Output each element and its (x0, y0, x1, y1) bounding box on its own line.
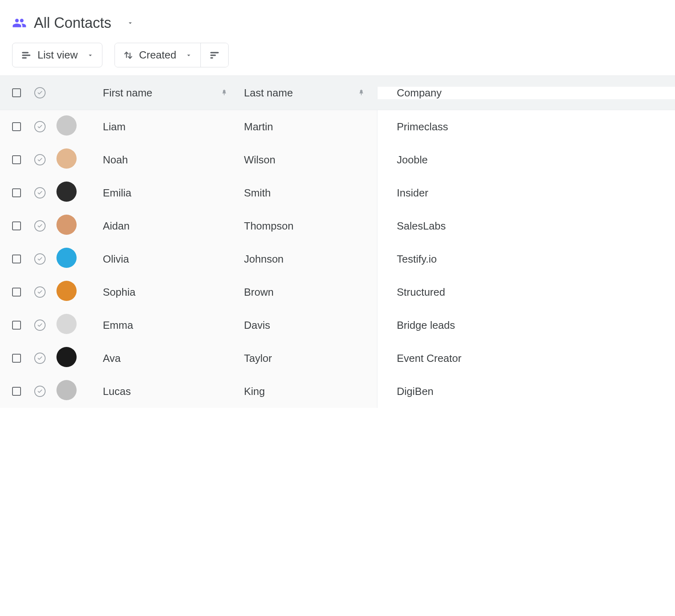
company: Insider (397, 187, 428, 199)
controls-row: List view Created (12, 43, 663, 67)
last-name: Martin (244, 121, 273, 133)
avatar (56, 215, 77, 235)
row-status[interactable] (34, 187, 56, 198)
row-checkbox[interactable] (12, 288, 34, 297)
avatar (56, 281, 77, 301)
row-status[interactable] (34, 220, 56, 232)
checkbox-icon (12, 221, 21, 230)
avatar-cell (56, 148, 103, 171)
table-row[interactable]: Sophia Brown Structured (0, 276, 675, 309)
row-status[interactable] (34, 353, 56, 364)
table-row[interactable]: Ava Taylor Event Creator (0, 342, 675, 375)
svg-rect-1 (22, 54, 31, 56)
avatar (56, 148, 77, 169)
last-name: Wilson (244, 154, 275, 166)
company-cell: Primeclass (377, 110, 675, 143)
row-checkbox[interactable] (12, 387, 34, 396)
first-name-cell: Emma (103, 319, 244, 332)
sort-arrows-icon (123, 50, 133, 61)
first-name-cell: Liam (103, 121, 244, 133)
avatar (56, 182, 77, 202)
header-select-all[interactable] (12, 88, 34, 97)
company-cell: SalesLabs (377, 209, 675, 242)
last-name: Smith (244, 187, 271, 199)
table-row[interactable]: Liam Martin Primeclass (0, 110, 675, 143)
avatar-cell (56, 215, 103, 238)
column-first-name[interactable]: First name (103, 87, 244, 99)
svg-rect-2 (22, 57, 27, 58)
list-view-icon (21, 50, 32, 61)
last-name: Thompson (244, 220, 294, 232)
column-company[interactable]: Company (377, 87, 675, 99)
row-checkbox[interactable] (12, 155, 34, 164)
contacts-table: First name Last name Company Lia (0, 75, 675, 408)
column-last-name[interactable]: Last name (244, 87, 377, 99)
row-checkbox[interactable] (12, 221, 34, 230)
svg-rect-5 (210, 57, 213, 58)
table-header: First name Last name Company (0, 75, 675, 110)
last-name-cell: Wilson (244, 154, 377, 166)
table-body: Liam Martin Primeclass Noah Wilson Joobl… (0, 110, 675, 408)
company-cell: DigiBen (377, 375, 675, 408)
column-label: First name (103, 87, 152, 99)
sort-group: Created (115, 43, 229, 67)
checkbox-icon (12, 354, 21, 363)
row-checkbox[interactable] (12, 122, 34, 131)
row-status[interactable] (34, 253, 56, 265)
avatar-cell (56, 314, 103, 337)
avatar-cell (56, 347, 103, 370)
company: Jooble (397, 154, 428, 166)
checkbox-icon (12, 88, 21, 97)
sort-direction-button[interactable] (200, 43, 228, 67)
status-icon (34, 121, 46, 132)
row-checkbox[interactable] (12, 188, 34, 197)
table-row[interactable]: Noah Wilson Jooble (0, 143, 675, 176)
last-name: Taylor (244, 352, 272, 365)
checkbox-icon (12, 288, 21, 297)
sort-label: Created (139, 49, 177, 61)
last-name-cell: King (244, 385, 377, 398)
status-icon (34, 220, 46, 232)
row-checkbox[interactable] (12, 321, 34, 330)
company: Structured (397, 286, 445, 299)
table-row[interactable]: Emilia Smith Insider (0, 176, 675, 209)
avatar-cell (56, 281, 103, 304)
row-status[interactable] (34, 121, 56, 132)
sort-selector[interactable]: Created (115, 43, 201, 67)
first-name-cell: Aidan (103, 220, 244, 232)
header: All Contacts List view (0, 0, 675, 75)
table-row[interactable]: Lucas King DigiBen (0, 375, 675, 408)
company-cell: Structured (377, 276, 675, 309)
table-row[interactable]: Emma Davis Bridge leads (0, 309, 675, 342)
first-name: Aidan (103, 220, 130, 232)
row-status[interactable] (34, 319, 56, 331)
company: DigiBen (397, 385, 433, 398)
checkbox-icon (12, 188, 21, 197)
row-checkbox[interactable] (12, 255, 34, 263)
view-label: List view (38, 49, 78, 61)
first-name-cell: Noah (103, 154, 244, 166)
first-name: Emma (103, 319, 133, 332)
checkbox-icon (12, 321, 21, 330)
sort-direction-icon (209, 50, 220, 61)
company-cell: Bridge leads (377, 309, 675, 342)
last-name: Johnson (244, 253, 283, 265)
status-icon (34, 286, 46, 298)
first-name-cell: Sophia (103, 286, 244, 299)
company: Testify.io (397, 253, 437, 265)
row-status[interactable] (34, 386, 56, 397)
title-dropdown[interactable] (127, 19, 134, 27)
svg-rect-0 (22, 52, 29, 53)
table-row[interactable]: Aidan Thompson SalesLabs (0, 209, 675, 242)
row-status[interactable] (34, 286, 56, 298)
last-name: Davis (244, 319, 270, 332)
avatar (56, 314, 77, 334)
table-row[interactable]: Olivia Johnson Testify.io (0, 242, 675, 276)
company-cell: Testify.io (377, 242, 675, 276)
last-name-cell: Martin (244, 121, 377, 133)
row-checkbox[interactable] (12, 354, 34, 363)
view-selector[interactable]: List view (12, 43, 102, 67)
column-label: Last name (244, 87, 293, 99)
svg-rect-3 (210, 52, 219, 53)
row-status[interactable] (34, 154, 56, 165)
